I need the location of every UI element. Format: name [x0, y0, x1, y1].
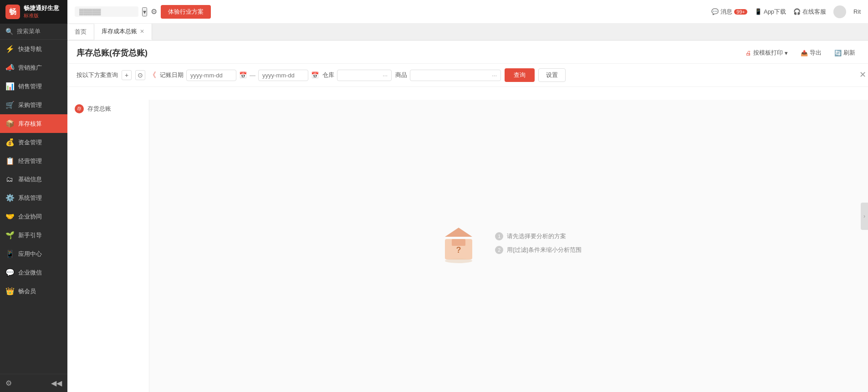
content-area: 库存总账(存货总账) 🖨 按模板打印 ▾ 📤 导出 🔄 刷新 按以下方案查 — [67, 41, 868, 392]
product-more-icon: ··· — [492, 72, 497, 79]
scheme-item-inventory-account[interactable]: 存 存货总账 — [67, 100, 149, 118]
tabbar: 首页 库存成本总账 ✕ — [67, 24, 868, 41]
refresh-icon: 🔄 — [834, 50, 842, 56]
sidebar-item-appstore[interactable]: 📱 应用中心 — [0, 244, 67, 263]
sidebar-item-inventory[interactable]: 📦 库存核算 — [0, 114, 67, 133]
warehouse-more-icon: ··· — [383, 72, 388, 79]
sidebar-item-enterprise[interactable]: 🤝 企业协同 — [0, 207, 67, 226]
sidebar-item-operation[interactable]: 📋 经营管理 — [0, 152, 67, 170]
right-panel-toggle[interactable]: › — [861, 203, 868, 230]
tab-home[interactable]: 首页 — [67, 24, 94, 40]
product-selector[interactable]: ··· — [410, 70, 501, 81]
sidebar-search-label: 搜索菜单 — [17, 27, 41, 36]
query-btn[interactable]: 查询 — [505, 68, 535, 82]
filter-date-group: 记账日期 📅 — 📅 — [160, 70, 319, 81]
topbar-online-service-action[interactable]: 🎧 在线客服 — [793, 8, 826, 16]
sidebar: 畅 畅捷通好生意 标准版 🔍 搜索菜单 ⚡ 快捷导航 📣 营销推广 📊 销售管理… — [0, 0, 67, 392]
warehouse-label: 仓库 — [322, 71, 334, 79]
filter-config-btn[interactable]: ⊙ — [135, 70, 145, 80]
panel-close-btn[interactable]: ✕ — [858, 68, 868, 81]
search-icon: 🔍 — [5, 28, 13, 35]
sidebar-label-wechat: 企业微信 — [18, 269, 42, 277]
empty-tips: 1 请先选择要分析的方案 2 用[过滤]条件来缩小分析范围 — [495, 232, 581, 260]
topbar-dropdown-btn[interactable]: ▾ — [142, 7, 147, 16]
online-service-label: 在线客服 — [802, 8, 826, 16]
scheme-icon-inventory: 存 — [75, 104, 84, 113]
date-start-picker-icon[interactable]: 📅 — [239, 71, 247, 79]
print-template-btn[interactable]: 🖨 按模板打印 ▾ — [742, 47, 791, 59]
export-icon: 📤 — [801, 50, 808, 56]
filter-label: 按以下方案查询 — [77, 71, 118, 79]
sidebar-label-member: 畅会员 — [18, 287, 36, 295]
empty-illustration: ? — [436, 223, 481, 269]
settings-footer-icon[interactable]: ⚙ — [5, 379, 12, 387]
date-end-input[interactable] — [258, 70, 308, 81]
sidebar-label-inventory: 库存核算 — [18, 120, 42, 128]
empty-content: ? 1 请先选择要分析的方案 2 用[过滤]条件来缩小分析范围 — [436, 223, 581, 269]
wechat-icon: 💬 — [5, 268, 14, 277]
scheme-panel: 存 存货总账 — [67, 100, 149, 392]
appstore-icon: 📱 — [5, 249, 14, 258]
filter-bar: 按以下方案查询 + ⊙ 《 记账日期 📅 — 📅 仓库 ··· — [67, 64, 868, 87]
tab-inventory-cost[interactable]: 库存成本总账 ✕ — [94, 24, 152, 40]
date-end-picker-icon[interactable]: 📅 — [311, 71, 319, 79]
sidebar-label-purchase: 采购管理 — [18, 101, 42, 109]
message-badge: 99+ — [734, 9, 747, 15]
sidebar-item-sales[interactable]: 📊 销售管理 — [0, 77, 67, 96]
sidebar-item-purchase[interactable]: 🛒 采购管理 — [0, 96, 67, 114]
tab-close-icon[interactable]: ✕ — [140, 28, 144, 35]
sidebar-item-quick-nav[interactable]: ⚡ 快捷导航 — [0, 40, 67, 58]
topbar-gear-btn[interactable]: ⚙ — [151, 7, 157, 16]
print-dropdown-icon[interactable]: ▾ — [785, 50, 788, 56]
sidebar-item-wechat[interactable]: 💬 企业微信 — [0, 263, 67, 282]
date-start-input[interactable] — [186, 70, 236, 81]
date-label: 记账日期 — [160, 71, 184, 79]
basic-icon: 🗂 — [5, 175, 14, 183]
filter-add-btn[interactable]: + — [122, 70, 132, 80]
sidebar-item-basic[interactable]: 🗂 基础信息 — [0, 170, 67, 188]
sidebar-item-newbie[interactable]: 🌱 新手引导 — [0, 226, 67, 244]
sidebar-item-marketing[interactable]: 📣 营销推广 — [0, 58, 67, 77]
filter-settings-btn[interactable]: 设置 — [538, 68, 566, 82]
sidebar-label-finance: 资金管理 — [18, 138, 42, 147]
message-label: 消息 — [720, 8, 732, 16]
sidebar-label-system: 系统管理 — [18, 194, 42, 202]
svg-marker-1 — [445, 228, 472, 237]
filter-collapse-btn[interactable]: 《 — [149, 71, 156, 80]
purchase-icon: 🛒 — [5, 101, 14, 109]
filter-warehouse-group: 仓库 ··· — [322, 70, 392, 81]
warehouse-selector[interactable]: ··· — [337, 70, 392, 81]
export-btn[interactable]: 📤 导出 — [797, 47, 825, 59]
sidebar-item-finance[interactable]: 💰 资金管理 — [0, 133, 67, 152]
system-icon: ⚙️ — [5, 193, 14, 202]
sidebar-label-marketing: 营销推广 — [18, 64, 42, 72]
inventory-icon: 📦 — [5, 119, 14, 128]
tab-inventory-cost-label: 库存成本总账 — [102, 27, 137, 36]
sidebar-item-member[interactable]: 👑 畅会员 — [0, 282, 67, 300]
topbar-avatar[interactable] — [833, 5, 846, 18]
svg-point-4 — [445, 259, 472, 263]
collapse-sidebar-icon[interactable]: ◀◀ — [51, 379, 62, 387]
sidebar-label-quick-nav: 快捷导航 — [18, 45, 42, 53]
app-download-label: App下载 — [764, 8, 786, 16]
page-title: 库存总账(存货总账) — [77, 47, 148, 58]
sidebar-item-system[interactable]: ⚙️ 系统管理 — [0, 188, 67, 207]
sidebar-footer: ⚙ ◀◀ — [0, 374, 67, 392]
logo-text: 畅捷通好生意 标准版 — [24, 5, 59, 19]
industry-btn[interactable]: 体验行业方案 — [161, 5, 211, 19]
product-label: 商品 — [395, 71, 407, 79]
refresh-btn[interactable]: 🔄 刷新 — [831, 47, 859, 59]
refresh-label: 刷新 — [843, 49, 855, 57]
sidebar-search[interactable]: 🔍 搜索菜单 — [0, 24, 67, 40]
filter-inputs: 记账日期 📅 — 📅 仓库 ··· 商品 — [160, 68, 859, 82]
enterprise-icon: 🤝 — [5, 212, 14, 221]
logo-main: 畅捷通好生意 — [24, 5, 59, 12]
topbar-message-action[interactable]: 💬 消息 99+ — [711, 8, 747, 16]
newbie-icon: 🌱 — [5, 231, 14, 239]
empty-state: ? 1 请先选择要分析的方案 2 用[过滤]条件来缩小分析范围 — [149, 100, 868, 392]
topbar-app-download-action[interactable]: 📱 App下载 — [755, 8, 786, 16]
empty-tip-1: 1 请先选择要分析的方案 — [495, 232, 581, 240]
topbar-search-box[interactable]: ▓▓▓▓▓ — [75, 6, 138, 17]
operation-icon: 📋 — [5, 157, 14, 165]
date-separator: — — [250, 72, 255, 79]
